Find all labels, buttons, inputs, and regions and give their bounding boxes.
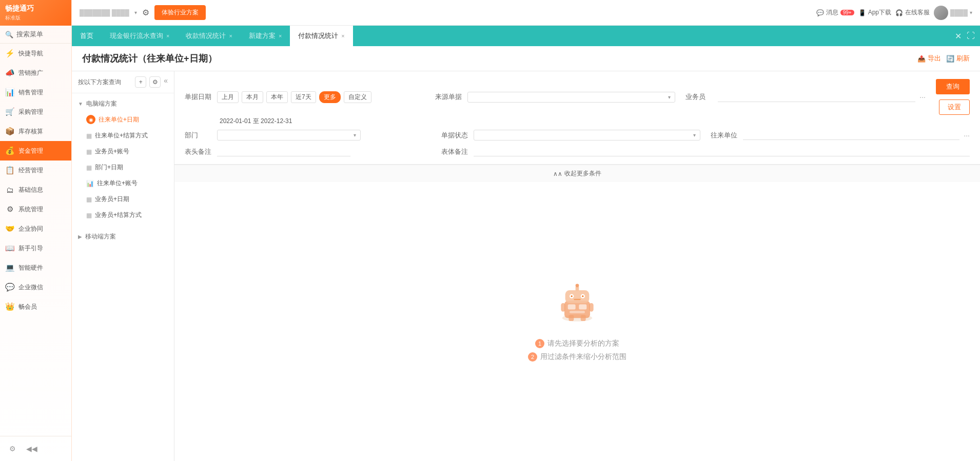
sidebar-item-quick-nav[interactable]: ⚡快捷导航: [0, 44, 71, 63]
sidebar-item-guide[interactable]: 📖新手引导: [0, 238, 71, 258]
sidebar-item-marketing[interactable]: 📣营销推广: [0, 63, 71, 83]
empty-tip-2: 2 用过滤条件来缩小分析范围: [528, 352, 626, 362]
filter-settings-btn[interactable]: 设置: [939, 99, 970, 115]
tab-close-bank-flow[interactable]: ×: [166, 33, 169, 39]
scheme-item-staff-account[interactable]: ▦ 业务员+账号: [72, 144, 174, 159]
sidebar-icon-capital: 💰: [5, 146, 14, 155]
tab-label-receivable-stats: 收款情况统计: [186, 31, 226, 41]
tab-close-all-icon[interactable]: ✕: [955, 31, 962, 41]
collapse-label: 收起更多条件: [564, 169, 601, 178]
mobile-group-header[interactable]: ▶ 移动端方案: [72, 229, 174, 244]
collapse-up-icon: ∧∧: [553, 170, 562, 177]
scheme-panel-header: 按以下方案查询 + ⚙ «: [72, 71, 174, 93]
header-note-input[interactable]: [217, 147, 350, 156]
voucher-status-select[interactable]: ▾: [474, 130, 700, 141]
sidebar-item-inventory[interactable]: 📦库存核算: [0, 122, 71, 141]
desktop-group-label: 电脑端方案: [86, 99, 117, 108]
tab-new-scheme[interactable]: 新建方案×: [241, 26, 290, 46]
svg-rect-14: [574, 299, 580, 300]
scheme-item-dept-date[interactable]: ▦ 部门+日期: [72, 159, 174, 175]
date-btn-last-month[interactable]: 上月: [217, 91, 239, 103]
scheme-item-label-staff-date: 业务员+日期: [95, 195, 129, 204]
query-btn[interactable]: 查询: [936, 79, 970, 94]
tab-expand-icon[interactable]: ⛶: [967, 31, 975, 41]
date-btn-last-7[interactable]: 近7天: [291, 91, 316, 103]
company-name: ███████ ████: [80, 9, 129, 16]
sidebar-item-enterprise[interactable]: 🤝企业协同: [0, 219, 71, 238]
scheme-panel: 按以下方案查询 + ⚙ « ▼ 电脑端方案 ◉ 往来单位+日期: [72, 71, 174, 461]
sidebar-icon-wechat: 💬: [5, 283, 14, 292]
export-label: 导出: [928, 54, 941, 63]
tab-bank-flow[interactable]: 现金银行流水查询×: [102, 26, 178, 46]
active-dot-icon: ◉: [86, 115, 95, 124]
tab-receivable-stats[interactable]: 收款情况统计×: [178, 26, 240, 46]
date-btn-this-year[interactable]: 本年: [266, 91, 288, 103]
message-btn[interactable]: 💬 消息 99+: [816, 8, 854, 17]
desktop-scheme-group: ▼ 电脑端方案 ◉ 往来单位+日期 ▦ 往来单位+结算方式 ▦ 业务员+账号: [72, 93, 174, 226]
sidebar-item-wechat[interactable]: 💬企业微信: [0, 277, 71, 297]
sidebar-label-quick-nav: 快捷导航: [18, 49, 43, 58]
collapse-conditions-btn[interactable]: ∧∧ 收起更多条件: [174, 165, 980, 182]
sidebar-settings-icon[interactable]: ⚙: [5, 442, 19, 456]
tab-payment-stats[interactable]: 付款情况统计×: [290, 26, 352, 46]
sidebar-item-hardware[interactable]: 💻智能硬件: [0, 258, 71, 277]
source-select[interactable]: ▾: [467, 92, 675, 103]
date-range-text: 2022-01-01 至 2022-12-31: [220, 117, 292, 125]
sidebar-item-basic-info[interactable]: 🗂基础信息: [0, 180, 71, 199]
search-menu[interactable]: 🔍 搜索菜单: [0, 26, 71, 44]
body-note-input[interactable]: [474, 147, 970, 156]
tab-label-new-scheme: 新建方案: [249, 31, 276, 41]
online-service-btn[interactable]: 🎧 在线客服: [895, 8, 930, 17]
svg-point-16: [576, 284, 579, 288]
unit-more-icon[interactable]: ···: [964, 131, 970, 139]
date-from: 2022-01-01: [220, 117, 251, 125]
sidebar-item-member[interactable]: 👑畅会员: [0, 297, 71, 316]
sidebar-item-sales[interactable]: 📊销售管理: [0, 83, 71, 102]
scheme-item-unit-account[interactable]: 📊 往来单位+账号: [72, 175, 174, 191]
global-settings-icon[interactable]: ⚙: [142, 8, 149, 17]
tab-home[interactable]: 首页: [72, 26, 102, 46]
tab-close-new-scheme[interactable]: ×: [279, 33, 282, 39]
tab-label-payment-stats: 付款情况统计: [298, 31, 338, 41]
tab-close-receivable-stats[interactable]: ×: [229, 33, 232, 39]
sidebar-item-purchase[interactable]: 🛒采购管理: [0, 102, 71, 122]
sidebar-item-operation[interactable]: 📋经营管理: [0, 161, 71, 180]
export-icon: 📤: [917, 55, 926, 63]
scheme-item-label-staff-account: 业务员+账号: [95, 147, 129, 156]
date-btn-custom[interactable]: 自定义: [344, 91, 371, 103]
dept-select[interactable]: ▾: [217, 130, 361, 141]
content-area: 按以下方案查询 + ⚙ « ▼ 电脑端方案 ◉ 往来单位+日期: [72, 71, 980, 461]
refresh-btn[interactable]: 🔄 刷新: [946, 54, 970, 63]
company-dropdown[interactable]: ▾: [134, 10, 137, 15]
svg-rect-7: [569, 315, 574, 321]
source-dropdown-arrow: ▾: [668, 94, 671, 100]
scheme-item-unit-payment[interactable]: ▦ 往来单位+结算方式: [72, 128, 174, 144]
sidebar-item-sys-mgmt[interactable]: ⚙系统管理: [0, 199, 71, 219]
filter-row-1: 单据日期 上月 本月 本年 近7天 更多 自定义 来源单据: [185, 79, 970, 115]
scheme-collapse-btn[interactable]: «: [164, 76, 168, 88]
scheme-item-unit-date[interactable]: ◉ 往来单位+日期: [72, 111, 174, 128]
scheme-item-staff-date[interactable]: ▦ 业务员+日期: [72, 191, 174, 207]
sidebar-label-marketing: 营销推广: [18, 69, 43, 77]
tab-close-payment-stats[interactable]: ×: [341, 33, 344, 39]
staff-filter-col: 业务员 ···: [685, 92, 926, 102]
scheme-item-staff-payment[interactable]: ▦ 业务员+结算方式: [72, 207, 174, 223]
user-area[interactable]: ████ ▾: [934, 6, 972, 20]
scheme-add-btn[interactable]: +: [135, 76, 146, 88]
scheme-settings-btn[interactable]: ⚙: [149, 76, 161, 88]
staff-input[interactable]: [718, 92, 915, 102]
date-btn-more[interactable]: 更多: [319, 91, 341, 103]
date-btn-this-month[interactable]: 本月: [242, 91, 263, 103]
desktop-group-header[interactable]: ▼ 电脑端方案: [72, 96, 174, 111]
trial-btn[interactable]: 体验行业方案: [154, 5, 206, 20]
top-header: ███████ ████ ▾ ⚙ 体验行业方案 💬 消息 99+ 📱 App下载…: [72, 0, 980, 26]
unit-input[interactable]: [743, 130, 959, 140]
sidebar-item-capital[interactable]: 💰资金管理: [0, 141, 71, 161]
sidebar-icon-guide: 📖: [5, 244, 14, 253]
sidebar-label-capital: 资金管理: [18, 147, 43, 155]
export-btn[interactable]: 📤 导出: [917, 54, 941, 63]
staff-more-icon[interactable]: ···: [919, 93, 926, 101]
sidebar-collapse-icon[interactable]: ◀◀: [25, 442, 39, 456]
scheme-item-label-dept-date: 部门+日期: [95, 163, 123, 172]
app-download-btn[interactable]: 📱 App下载: [858, 8, 891, 17]
